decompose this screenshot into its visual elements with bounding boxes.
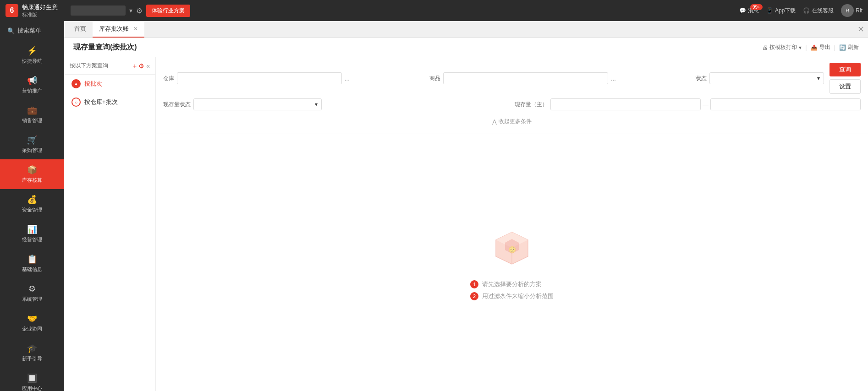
sidebar-item-inventory[interactable]: 📦 库存核算 xyxy=(0,159,64,189)
collapse-label: 收起更多条件 xyxy=(499,118,532,125)
finance-icon: 💰 xyxy=(27,195,37,205)
user-avatar: R xyxy=(841,4,854,17)
sidebar-item-label: 企业协同 xyxy=(22,326,42,332)
user-item[interactable]: R Rit xyxy=(841,4,863,17)
qty-separator: — xyxy=(703,101,709,108)
product-dots[interactable]: ... xyxy=(611,75,616,82)
sidebar-item-quick-nav[interactable]: ⚡ 快捷导航 xyxy=(0,40,64,70)
settings-btn[interactable]: 设置 xyxy=(830,79,861,94)
download-icon: 📱 xyxy=(766,7,773,14)
sidebar-item-finance[interactable]: 💰 资金管理 xyxy=(0,189,64,219)
inventory-status-dropdown[interactable]: ▾ xyxy=(193,98,322,110)
inventory-qty-label: 现存量（主） xyxy=(515,101,548,109)
add-plan-btn[interactable]: + xyxy=(133,62,137,70)
inventory-icon: 📦 xyxy=(27,165,37,175)
divider1: | xyxy=(805,44,807,51)
chevron-down-icon: ▾ xyxy=(817,75,820,81)
page-close-btn[interactable]: ✕ xyxy=(857,24,864,34)
right-panel: 仓库 ... 商品 ... xyxy=(156,57,868,391)
sidebar-item-enterprise[interactable]: 🤝 企业协同 xyxy=(0,308,64,338)
export-icon: 📤 xyxy=(811,44,818,51)
sidebar-item-sales[interactable]: 💼 销售管理 xyxy=(0,100,64,130)
quick-nav-icon: ⚡ xyxy=(27,46,37,56)
sidebar-search[interactable]: 🔍 搜索菜单 xyxy=(0,21,64,40)
sidebar-item-operation[interactable]: 📊 经营管理 xyxy=(0,219,64,249)
collapse-btn[interactable]: ⋀ 收起更多条件 xyxy=(492,118,532,125)
filter-btns: 查询 设置 xyxy=(830,63,861,94)
tab-home[interactable]: 首页 xyxy=(68,21,93,38)
appstore-icon: 🔲 xyxy=(27,373,37,383)
sidebar-item-appstore[interactable]: 🔲 应用中心 xyxy=(0,368,64,391)
warehouse-label: 仓库 xyxy=(163,75,174,82)
sidebar-item-purchase[interactable]: 🛒 采购管理 xyxy=(0,130,64,159)
sidebar-search-label: 搜索菜单 xyxy=(17,27,41,35)
trial-btn[interactable]: 体验行业方案 xyxy=(146,5,190,17)
sidebar-item-system[interactable]: ⚙ 系统管理 xyxy=(0,278,64,308)
warehouse-filter: 仓库 ... xyxy=(163,72,424,84)
settings-plan-btn[interactable]: ⚙ xyxy=(138,62,144,70)
qty-to-input[interactable] xyxy=(710,98,861,110)
tab-inventory-batch[interactable]: 库存批次账 ✕ xyxy=(93,21,144,38)
tip-num-1: 1 xyxy=(470,280,478,288)
dropdown-arrow: ▾ xyxy=(799,44,802,51)
online-service-item[interactable]: 🎧 在线客服 xyxy=(803,7,834,15)
page-title: 现存量查询(按批次) xyxy=(73,43,137,52)
inventory-qty-filter: 现存量（主） — xyxy=(515,98,861,110)
divider2: | xyxy=(834,44,835,51)
product-input[interactable] xyxy=(443,72,608,84)
sidebar-item-basics[interactable]: 📋 基础信息 xyxy=(0,249,64,278)
query-btn[interactable]: 查询 xyxy=(830,63,861,76)
system-icon: ⚙ xyxy=(28,284,36,294)
sidebar-item-marketing[interactable]: 📢 营销推广 xyxy=(0,70,64,100)
export-btn[interactable]: 📤 导出 xyxy=(811,43,830,51)
page-actions: 🖨 按模板打印 ▾ | 📤 导出 | 🔄 刷新 xyxy=(762,43,859,51)
svg-text:😟: 😟 xyxy=(508,246,516,254)
plan-item-by-batch[interactable]: ● 按批次 xyxy=(64,75,155,93)
dropdown-arrow: ▾ xyxy=(315,101,318,108)
filter-area: 仓库 ... 商品 ... xyxy=(156,57,868,134)
sidebar-item-newbie[interactable]: 🎓 新手引导 xyxy=(0,338,64,368)
basics-icon: 📋 xyxy=(27,254,37,264)
refresh-icon: 🔄 xyxy=(839,44,846,51)
status-label: 状态 xyxy=(696,75,707,82)
user-name: Rit xyxy=(856,7,863,14)
app-download-label: App下载 xyxy=(775,7,796,15)
left-panel-collapse-btn[interactable]: « xyxy=(146,62,150,70)
app-download-item[interactable]: 📱 App下载 xyxy=(766,7,796,15)
dropdown-btn[interactable]: ▾ xyxy=(129,7,132,14)
inventory-qty-range: — xyxy=(550,98,861,110)
gear-btn[interactable]: ⚙ xyxy=(136,6,143,15)
qty-from-input[interactable] xyxy=(550,98,701,110)
tip-text-1: 请先选择要分析的方案 xyxy=(482,280,542,288)
warehouse-dots[interactable]: ... xyxy=(345,75,350,82)
print-template-btn[interactable]: 🖨 按模板打印 ▾ xyxy=(762,43,802,51)
app-title: 畅康通好生意 xyxy=(22,3,58,11)
breadcrumb-input[interactable] xyxy=(71,5,126,16)
tab-close-btn[interactable]: ✕ xyxy=(133,26,138,32)
filter-row-1: 仓库 ... 商品 ... xyxy=(163,63,861,94)
app-logo: 6 xyxy=(5,4,18,17)
product-filter: 商品 ... xyxy=(429,72,690,84)
main-content: 按以下方案查询 + ⚙ « ● 按批次 ○ 按仓库+批次 xyxy=(64,57,868,391)
online-service-label: 在线客服 xyxy=(812,7,834,15)
newbie-icon: 🎓 xyxy=(27,343,37,353)
empty-tip-2: 2 用过滤条件来缩小分析范围 xyxy=(470,292,554,300)
status-select[interactable]: ▾ xyxy=(709,72,824,84)
sidebar: 🔍 搜索菜单 ⚡ 快捷导航 📢 营销推广 💼 销售管理 🛒 采购管理 📦 xyxy=(0,21,64,391)
plan-item-by-warehouse-batch[interactable]: ○ 按仓库+批次 xyxy=(64,93,155,111)
empty-state: 😟 1 请先选择要分析的方案 2 用过滤条件来缩小分析范围 xyxy=(156,134,868,391)
top-bar-left: 6 畅康通好生意 标准版 ▾ ⚙ 体验行业方案 xyxy=(5,3,190,18)
tip-text-2: 用过滤条件来缩小分析范围 xyxy=(482,292,554,300)
empty-icon: 😟 xyxy=(489,225,535,271)
service-icon: 🎧 xyxy=(803,7,810,14)
refresh-btn[interactable]: 🔄 刷新 xyxy=(839,43,859,51)
operation-icon: 📊 xyxy=(27,224,37,234)
left-panel-title: 按以下方案查询 xyxy=(70,62,108,70)
left-panel-actions: + ⚙ « xyxy=(133,62,150,70)
tab-inventory-batch-label: 库存批次账 xyxy=(99,25,129,33)
messages-item[interactable]: 💬 消息 99+ xyxy=(739,7,759,15)
sidebar-item-label: 营销推广 xyxy=(22,87,42,94)
top-bar-right: 💬 消息 99+ 📱 App下载 🎧 在线客服 R Rit xyxy=(739,4,863,17)
search-icon: 🔍 xyxy=(7,27,15,34)
warehouse-input[interactable] xyxy=(177,72,342,84)
